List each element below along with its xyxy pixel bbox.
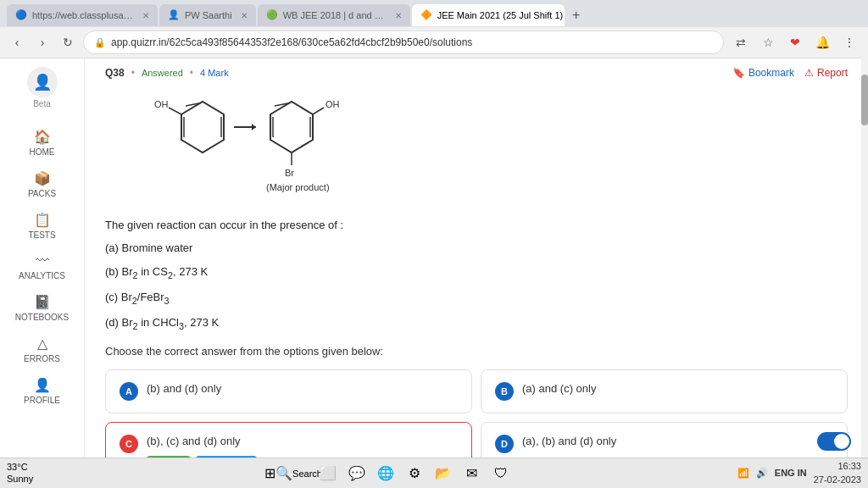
forward-button[interactable]: › [32,32,53,53]
tab-4-favicon: 🔶 [420,9,432,21]
report-label: Report [817,67,848,79]
content-area: Q38 • Answered • 4 Mark 🔖 Bookmark ⚠ Rep… [85,58,868,488]
alert-button[interactable]: 🔔 [810,30,834,54]
edge-button[interactable]: 💬 [344,461,370,486]
taskbar: 33°C Sunny ⊞ 🔍 Search ⬜ 💬 🌐 ⚙ 📂 ✉ 🛡 📶 🔊 … [0,458,868,488]
toggle-area [817,432,851,451]
report-icon: ⚠ [804,67,814,79]
option-d-text: (d) Br2 in CHCl3, 273 K [105,313,848,335]
sidebar-item-notebooks[interactable]: 📓 NOTEBOOKS [0,287,84,329]
option-d-answer: (a), (b) and (d) only [522,435,833,447]
answer-option-b[interactable]: B (a) and (c) only [481,369,848,413]
svg-line-12 [313,108,324,114]
profile-button[interactable]: ❤ [783,30,807,54]
sidebar-item-notebooks-label: NOTEBOOKS [15,313,69,322]
lang-region: ENG IN [775,467,807,480]
separator2: • [190,67,193,79]
bookmark-star-button[interactable]: ☆ [756,30,780,54]
task-view-button[interactable]: ⬜ [315,461,341,486]
scroll-thumb[interactable] [861,75,868,125]
sidebar-item-packs[interactable]: 📦 PACKS [0,164,84,205]
tab-1[interactable]: 🔵 https://web.classplusapp.com/newAp... … [7,4,158,26]
bookmark-button[interactable]: 🔖 Bookmark [732,67,794,79]
refresh-button[interactable]: ↻ [58,32,78,53]
tab-3[interactable]: 🟢 WB JEE 2018 | d and f Block Elements ✕ [258,4,410,26]
brave-button[interactable]: 🛡 [488,461,514,486]
scroll-track[interactable] [861,58,868,458]
question-text: The given reaction can occur in the pres… [105,215,848,335]
menu-button[interactable]: ⋮ [837,30,861,54]
sidebar-item-home-label: HOME [30,147,55,157]
wifi-icon: 📶 [737,468,749,479]
option-circle-d: D [495,435,514,453]
sidebar: 👤 Beta 🏠 HOME 📦 PACKS 📋 TESTS 〰 ANALYTIC… [0,58,85,488]
secure-icon: 🔒 [94,37,106,48]
nav-actions: ⇄ ☆ ❤ 🔔 ⋮ [729,30,861,54]
svg-text:OH: OH [154,99,169,109]
chrome-button[interactable]: 🌐 [373,461,398,486]
tab-2[interactable]: 👤 PW Saarthi ✕ [159,4,256,26]
option-b-text: (b) Br2 in CS2, 273 K [105,262,848,284]
toggle-switch[interactable] [817,432,851,451]
new-tab-button[interactable]: + [566,5,587,25]
bookmark-label: Bookmark [748,67,794,79]
svg-marker-0 [181,102,224,152]
option-a-text: (a) Bromine water [105,238,848,258]
sidebar-item-errors-label: ERRORS [24,354,60,363]
tab-4[interactable]: 🔶 JEE Main 2021 (25 Jul Shift 1) - Q... … [412,4,565,26]
time-block: ENG IN [775,467,807,480]
answer-option-a[interactable]: A (b) and (d) only [105,369,472,413]
separator1: • [131,67,135,79]
option-c-answer: (b), (c) and (d) only [147,435,257,447]
home-icon: 🏠 [34,129,51,145]
current-time: 16:33 [837,460,861,473]
tab-2-title: PW Saarthi [185,10,232,20]
taskbar-center: ⊞ 🔍 Search ⬜ 💬 🌐 ⚙ 📂 ✉ 🛡 [258,461,514,486]
svg-marker-7 [252,124,256,130]
address-bar[interactable]: 🔒 app.quizrr.in/62c5ca493f85644353f2e168… [83,30,724,54]
sidebar-item-home[interactable]: 🏠 HOME [0,122,84,164]
svg-marker-8 [270,102,313,152]
sidebar-item-errors[interactable]: △ ERRORS [0,329,84,370]
tab-3-title: WB JEE 2018 | d and f Block Elements [283,10,387,20]
profile-icon: 👤 [34,377,51,393]
svg-text:Br: Br [285,168,294,178]
svg-line-4 [169,108,181,114]
sidebar-item-profile-label: PROFILE [24,396,60,405]
header-actions: 🔖 Bookmark ⚠ Report [732,67,848,79]
option-a-answer: (b) and (d) only [147,382,458,395]
tab-1-close[interactable]: ✕ [142,11,149,20]
sidebar-item-profile[interactable]: 👤 PROFILE [0,370,84,412]
search-icon: 🔍 [275,465,292,481]
mail-button[interactable]: ✉ [459,461,485,486]
option-b-answer: (a) and (c) only [522,382,833,395]
answered-label: Answered [142,68,183,78]
toggle-knob [834,434,849,449]
notebooks-icon: 📓 [34,294,51,310]
back-button[interactable]: ‹ [7,32,27,53]
svg-text:OH: OH [326,99,340,109]
volume-icon: 🔊 [756,468,768,479]
app-container: 👤 Beta 🏠 HOME 📦 PACKS 📋 TESTS 〰 ANALYTIC… [0,58,868,488]
sidebar-item-analytics-label: ANALYTICS [19,271,65,280]
sidebar-item-analytics[interactable]: 〰 ANALYTICS [0,247,84,287]
tab-2-close[interactable]: ✕ [241,11,248,20]
sidebar-logo: 👤 Beta [27,67,58,108]
report-button[interactable]: ⚠ Report [804,67,848,79]
question-number: Q38 [105,67,125,79]
logo-icon: 👤 [27,67,58,97]
sidebar-item-tests[interactable]: 📋 TESTS [0,205,84,247]
tab-3-favicon: 🟢 [266,9,278,21]
explorer-button[interactable]: 📂 [431,461,456,486]
current-date: 27-02-2023 [814,474,861,486]
option-circle-b: B [495,382,514,401]
tab-3-close[interactable]: ✕ [395,11,402,20]
tab-2-favicon: 👤 [168,9,180,21]
sidebar-item-tests-label: TESTS [28,230,55,240]
settings-button[interactable]: ⚙ [402,461,427,486]
cast-button[interactable]: ⇄ [729,30,753,54]
tab-bar: 🔵 https://web.classplusapp.com/newAp... … [0,0,868,27]
browser-chrome: 🔵 https://web.classplusapp.com/newAp... … [0,0,868,58]
tab-4-title: JEE Main 2021 (25 Jul Shift 1) - Q... [437,10,565,20]
search-button[interactable]: 🔍 Search [287,461,312,486]
